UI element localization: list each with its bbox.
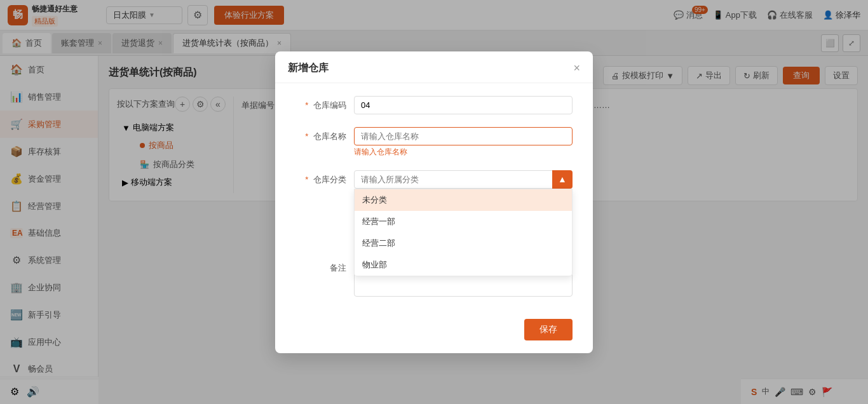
name-label: * 仓库名称: [295, 127, 346, 142]
code-label: * 仓库编码: [295, 96, 346, 111]
dropdown-item-dept1[interactable]: 经营一部: [355, 211, 572, 232]
warehouse-name-input[interactable]: [354, 127, 573, 145]
modal-close-button[interactable]: ×: [573, 62, 580, 75]
category-field-wrap: ▲ 未分类 经营一部 经营二部 物业部: [354, 170, 573, 189]
name-error-message: 请输入仓库名称: [354, 147, 573, 158]
modal-body: * 仓库编码 * 仓库名称 请输入仓库名称: [275, 83, 593, 299]
form-row-name: * 仓库名称 请输入仓库名称: [295, 127, 573, 158]
save-button[interactable]: 保存: [524, 319, 573, 340]
dropdown-item-uncategorized[interactable]: 未分类: [355, 189, 572, 211]
modal-overlay: 新增仓库 × * 仓库编码 * 仓库名称: [0, 0, 868, 404]
warehouse-category-input[interactable]: [354, 170, 573, 189]
chevron-up-icon: ▲: [558, 174, 567, 184]
category-label: * 仓库分类: [295, 170, 346, 185]
name-field-wrap: 请输入仓库名称: [354, 127, 573, 158]
dropdown-item-dept2[interactable]: 经营二部: [355, 232, 572, 254]
warehouse-code-input[interactable]: [354, 96, 573, 114]
modal-title: 新增仓库: [288, 62, 329, 75]
category-dropdown-list: 未分类 经营一部 经营二部 物业部: [354, 189, 573, 276]
form-row-code: * 仓库编码: [295, 96, 573, 114]
note-label: 备注: [295, 259, 346, 274]
add-warehouse-modal: 新增仓库 × * 仓库编码 * 仓库名称: [275, 51, 593, 353]
dropdown-item-property[interactable]: 物业部: [355, 254, 572, 276]
code-field-wrap: [354, 96, 573, 114]
modal-header: 新增仓库 ×: [275, 51, 593, 83]
modal-footer: 保存: [275, 311, 593, 340]
category-dropdown-button[interactable]: ▲: [552, 170, 573, 189]
form-row-category: * 仓库分类 ▲ 未分类 经营一部 经营二部 物业部: [295, 170, 573, 189]
